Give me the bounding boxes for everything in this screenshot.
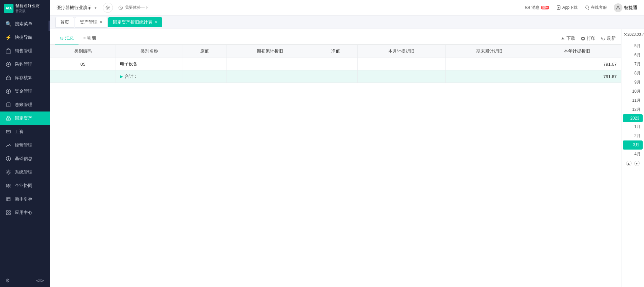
- bizmanage-icon: [5, 142, 11, 148]
- sidebar-logo: AtA 畅捷通好业财 普及版: [0, 0, 50, 17]
- company-selector[interactable]: 医疗器械行业演示 ▼: [57, 5, 97, 11]
- svg-rect-0: [6, 50, 11, 53]
- sidebar-item-label: 应用中心: [15, 210, 32, 216]
- user-avatar: [614, 3, 622, 12]
- svg-rect-12: [6, 211, 8, 212]
- period-down-button[interactable]: ▼: [634, 161, 640, 166]
- sidebar-item-bizmanage[interactable]: 经营管理: [0, 138, 50, 152]
- tab-assetmanage[interactable]: 资产管理 ✕: [75, 17, 108, 28]
- tab-home-label: 首页: [60, 19, 69, 25]
- period-month-6[interactable]: 6月: [621, 51, 644, 60]
- cell-code: 05: [50, 58, 116, 70]
- content-area: ◎ 汇总 ≡ 明细 下载 打印: [50, 29, 644, 287]
- cell-yuanzhi: [183, 58, 226, 70]
- subtabs: ◎ 汇总 ≡ 明细 下载 打印: [50, 29, 621, 44]
- svg-rect-2: [6, 77, 10, 80]
- sales-icon: [5, 48, 11, 54]
- period-panel-close-button[interactable]: ✕: [623, 32, 627, 37]
- search-icon: 🔍: [5, 21, 11, 27]
- toolbar: 下载 打印 刷新: [560, 35, 616, 41]
- period-month-5[interactable]: 5月: [621, 41, 644, 51]
- sidebar-item-finance[interactable]: 资金管理: [0, 85, 50, 98]
- refresh-button[interactable]: 刷新: [601, 35, 616, 41]
- period-month-1[interactable]: 1月: [621, 122, 644, 131]
- tab-depreciation[interactable]: 固定资产折旧统计表 ✕: [108, 17, 162, 27]
- sidebar-item-label: 快捷导航: [15, 34, 32, 40]
- sidebar-item-search[interactable]: 🔍 搜索菜单: [0, 17, 50, 31]
- onlineservice-action[interactable]: 在线客服: [584, 5, 607, 10]
- company-name: 医疗器械行业演示: [57, 5, 92, 11]
- collapse-sidebar-icon[interactable]: ⊲⊳: [36, 278, 44, 284]
- period-month-8[interactable]: 8月: [621, 69, 644, 78]
- current-period-label: 2023.03: [627, 32, 641, 36]
- period-month-11[interactable]: 11月: [621, 96, 644, 105]
- svg-rect-13: [9, 211, 10, 212]
- subtab-summary[interactable]: ◎ 汇总: [55, 32, 79, 44]
- sidebar-item-newguide[interactable]: 新手引导: [0, 192, 50, 206]
- sidebar-item-basicinfo[interactable]: 基础信息: [0, 152, 50, 165]
- total-bennianjiti: 791.67: [533, 70, 621, 83]
- sidebar-item-label: 基础信息: [15, 156, 32, 162]
- download-button[interactable]: 下载: [560, 35, 575, 41]
- depreciation-table: 类别编码 类别名称 原值 期初累计折旧 净值 本月计提折旧 期末累计折旧 本年计…: [50, 44, 621, 83]
- svg-rect-15: [9, 213, 10, 215]
- period-month-9[interactable]: 9月: [621, 78, 644, 87]
- sidebar-item-appcenter[interactable]: 应用中心: [0, 206, 50, 219]
- sysmanage-icon: [5, 169, 11, 175]
- sidebar-item-enterprise[interactable]: 企业协同: [0, 179, 50, 192]
- settings-button[interactable]: [103, 3, 113, 13]
- message-badge: 99+: [541, 6, 549, 9]
- company-dropdown-arrow: ▼: [94, 6, 97, 10]
- period-panel-expand-button[interactable]: ⤢: [641, 32, 644, 37]
- tab-depreciation-label: 固定资产折旧统计表: [113, 19, 152, 25]
- sidebar-logo-text-group: 畅捷通好业财 普及版: [16, 3, 40, 13]
- total-icon: ▶: [120, 74, 123, 79]
- print-button[interactable]: 打印: [581, 35, 595, 41]
- user-menu[interactable]: 畅捷通: [614, 3, 637, 12]
- sidebar-item-sysmanage[interactable]: 系统管理: [0, 165, 50, 179]
- period-panel: ✕ 2023.03 ⤢ 5月 6月 7月 8月 9月 10月 11月 12月 2…: [621, 29, 644, 287]
- tab-depreciation-close[interactable]: ✕: [154, 20, 157, 24]
- col-header-jingzhi: 净值: [314, 45, 358, 58]
- message-action[interactable]: 消息 99+: [525, 5, 549, 10]
- sidebar-item-inventory[interactable]: 库存核算: [0, 71, 50, 85]
- cell-bennianjiti: 791.67: [533, 58, 621, 70]
- summary-tab-icon: ◎: [60, 36, 63, 40]
- tab-assetmanage-close[interactable]: ✕: [99, 20, 102, 24]
- period-month-10[interactable]: 10月: [621, 87, 644, 96]
- experience-button[interactable]: 我要体验一下: [118, 5, 149, 10]
- period-year-2023[interactable]: 2023: [623, 114, 643, 122]
- message-label: 消息: [531, 5, 540, 10]
- sidebar-item-purchase[interactable]: 采购管理: [0, 58, 50, 71]
- subtab-detail[interactable]: ≡ 明细: [79, 32, 101, 44]
- sidebar-item-ledger[interactable]: 总账管理: [0, 98, 50, 111]
- table-total-row: ▶ 合计： 791.67: [50, 70, 621, 83]
- sidebar-item-label: 库存核算: [15, 75, 32, 81]
- newguide-icon: [5, 196, 11, 202]
- period-month-12[interactable]: 12月: [621, 105, 644, 114]
- page-container: ◎ 汇总 ≡ 明细 下载 打印: [50, 29, 621, 287]
- settings-bottom-icon[interactable]: ⚙: [5, 278, 10, 284]
- sidebar-item-sales[interactable]: 销售管理: [0, 44, 50, 58]
- cell-qichu: [226, 58, 314, 70]
- ledger-icon: [5, 102, 11, 108]
- total-yuanzhi: [183, 70, 226, 83]
- period-month-3[interactable]: 3月: [623, 140, 643, 150]
- sidebar-item-quicknav[interactable]: ⚡ 快捷导航: [0, 31, 50, 44]
- sidebar-item-fixedasset[interactable]: 固定资产: [0, 111, 50, 125]
- period-up-button[interactable]: ▲: [626, 161, 632, 166]
- svg-rect-21: [582, 37, 585, 39]
- sidebar-scrollbar-track: [49, 15, 50, 270]
- payroll-icon: [5, 129, 11, 135]
- sidebar-item-label: 工资: [15, 129, 24, 135]
- period-month-7[interactable]: 7月: [621, 60, 644, 69]
- period-month-4[interactable]: 4月: [621, 150, 644, 159]
- sidebar-item-label: 经营管理: [15, 142, 32, 148]
- sidebar-item-label: 销售管理: [15, 48, 32, 54]
- topbar-actions: 消息 99+ App下载 在线客服 畅捷通: [525, 3, 637, 12]
- period-month-2[interactable]: 2月: [621, 131, 644, 140]
- app-edition: 普及版: [16, 9, 40, 13]
- tab-home[interactable]: 首页: [55, 17, 74, 28]
- sidebar-item-payroll[interactable]: 工资: [0, 125, 50, 138]
- appdownload-action[interactable]: App下载: [556, 5, 578, 10]
